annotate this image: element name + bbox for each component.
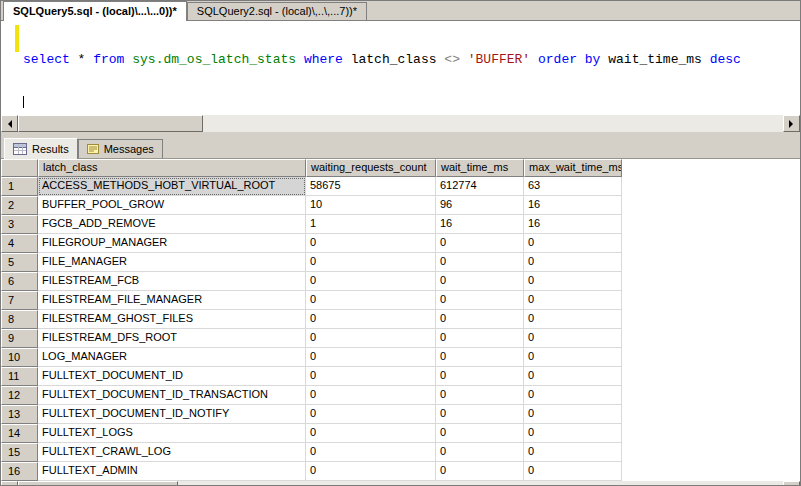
cell-latch-class[interactable]: FULLTEXT_DOCUMENT_ID_TRANSACTION <box>38 386 306 405</box>
row-header-cell[interactable]: 9 <box>1 329 38 348</box>
cell-max-wait-time-ms[interactable]: 0 <box>524 367 622 386</box>
cell-max-wait-time-ms[interactable]: 0 <box>524 291 622 310</box>
cell-wait-time-ms[interactable]: 0 <box>436 405 524 424</box>
cell-wait-time-ms[interactable]: 0 <box>436 386 524 405</box>
cell-wait-time-ms[interactable]: 0 <box>436 329 524 348</box>
cell-latch-class[interactable]: FILESTREAM_GHOST_FILES <box>38 310 306 329</box>
cell-wait-time-ms[interactable]: 96 <box>436 196 524 215</box>
row-header-cell[interactable]: 1 <box>1 177 38 196</box>
cell-latch-class[interactable]: FILESTREAM_DFS_ROOT <box>38 329 306 348</box>
cell-waiting-requests-count[interactable]: 0 <box>306 272 436 291</box>
sql-token-keyword: by <box>585 52 601 67</box>
row-header-cell[interactable]: 16 <box>1 462 38 481</box>
cell-wait-time-ms[interactable]: 0 <box>436 443 524 462</box>
cell-max-wait-time-ms[interactable]: 16 <box>524 215 622 234</box>
cell-latch-class[interactable]: FULLTEXT_DOCUMENT_ID_NOTIFY <box>38 405 306 424</box>
cell-latch-class[interactable]: ACCESS_METHODS_HOBT_VIRTUAL_ROOT <box>38 177 306 196</box>
cell-max-wait-time-ms[interactable]: 0 <box>524 310 622 329</box>
cell-latch-class[interactable]: FULLTEXT_ADMIN <box>38 462 306 481</box>
row-header-cell[interactable]: 2 <box>1 196 38 215</box>
scrollbar-track[interactable] <box>178 481 783 486</box>
scroll-left-button[interactable] <box>1 481 18 486</box>
cell-waiting-requests-count[interactable]: 0 <box>306 253 436 272</box>
cell-waiting-requests-count[interactable]: 0 <box>306 329 436 348</box>
tab-results[interactable]: Results <box>4 138 78 159</box>
tab-messages[interactable]: Messages <box>78 139 163 158</box>
cell-waiting-requests-count[interactable]: 0 <box>306 291 436 310</box>
doc-tab-label: SQLQuery5.sql - (local)\...\...0))* <box>13 5 177 17</box>
cell-wait-time-ms[interactable]: 0 <box>436 291 524 310</box>
cell-max-wait-time-ms[interactable]: 0 <box>524 462 622 481</box>
row-header-cell[interactable]: 6 <box>1 272 38 291</box>
cell-waiting-requests-count[interactable]: 10 <box>306 196 436 215</box>
row-header-cell[interactable]: 7 <box>1 291 38 310</box>
cell-waiting-requests-count[interactable]: 0 <box>306 405 436 424</box>
cell-latch-class[interactable]: FILESTREAM_FILE_MANAGER <box>38 291 306 310</box>
cell-waiting-requests-count[interactable]: 0 <box>306 386 436 405</box>
cell-max-wait-time-ms[interactable]: 16 <box>524 196 622 215</box>
cell-wait-time-ms[interactable]: 0 <box>436 310 524 329</box>
scroll-right-button[interactable] <box>783 481 800 486</box>
cell-wait-time-ms[interactable]: 0 <box>436 348 524 367</box>
row-header-cell[interactable]: 12 <box>1 386 38 405</box>
cell-waiting-requests-count[interactable]: 0 <box>306 367 436 386</box>
row-header-cell[interactable]: 10 <box>1 348 38 367</box>
column-header-latch-class[interactable]: latch_class <box>38 159 306 177</box>
cell-max-wait-time-ms[interactable]: 0 <box>524 443 622 462</box>
cell-latch-class[interactable]: FILE_MANAGER <box>38 253 306 272</box>
cell-wait-time-ms[interactable]: 0 <box>436 272 524 291</box>
row-header-cell[interactable]: 8 <box>1 310 38 329</box>
sql-editor[interactable]: select * from sys.dm_os_latch_stats wher… <box>1 21 800 115</box>
row-header-cell[interactable]: 11 <box>1 367 38 386</box>
cell-waiting-requests-count[interactable]: 0 <box>306 443 436 462</box>
sql-token-keyword: desc <box>710 52 741 67</box>
cell-max-wait-time-ms[interactable]: 0 <box>524 424 622 443</box>
scroll-left-button[interactable] <box>1 115 18 132</box>
cell-waiting-requests-count[interactable]: 0 <box>306 310 436 329</box>
cell-waiting-requests-count[interactable]: 0 <box>306 234 436 253</box>
row-header-cell[interactable]: 14 <box>1 424 38 443</box>
cell-wait-time-ms[interactable]: 0 <box>436 424 524 443</box>
column-header-max-wait-time-ms[interactable]: max_wait_time_ms <box>524 159 622 177</box>
column-header-wait-time-ms[interactable]: wait_time_ms <box>436 159 524 177</box>
scrollbar-thumb[interactable] <box>18 481 178 486</box>
cell-max-wait-time-ms[interactable]: 0 <box>524 234 622 253</box>
cell-max-wait-time-ms[interactable]: 0 <box>524 272 622 291</box>
cell-latch-class[interactable]: FULLTEXT_DOCUMENT_ID <box>38 367 306 386</box>
grid-corner-cell[interactable] <box>1 159 38 177</box>
row-header-cell[interactable]: 15 <box>1 443 38 462</box>
scroll-right-button[interactable] <box>783 115 800 132</box>
cell-latch-class[interactable]: FILESTREAM_FCB <box>38 272 306 291</box>
cell-wait-time-ms[interactable]: 612774 <box>436 177 524 196</box>
cell-wait-time-ms[interactable]: 0 <box>436 367 524 386</box>
cell-max-wait-time-ms[interactable]: 0 <box>524 253 622 272</box>
cell-waiting-requests-count[interactable]: 1 <box>306 215 436 234</box>
doc-tab-sqlquery5[interactable]: SQLQuery5.sql - (local)\...\...0))* <box>3 1 187 21</box>
row-header-cell[interactable]: 5 <box>1 253 38 272</box>
doc-tab-sqlquery2[interactable]: SQLQuery2.sql - (local)\,..\,...7))* <box>187 2 367 20</box>
cell-waiting-requests-count[interactable]: 0 <box>306 462 436 481</box>
cell-max-wait-time-ms[interactable]: 0 <box>524 405 622 424</box>
cell-waiting-requests-count[interactable]: 0 <box>306 348 436 367</box>
cell-latch-class[interactable]: FULLTEXT_LOGS <box>38 424 306 443</box>
cell-latch-class[interactable]: FGCB_ADD_REMOVE <box>38 215 306 234</box>
cell-waiting-requests-count[interactable]: 0 <box>306 424 436 443</box>
cell-max-wait-time-ms[interactable]: 0 <box>524 348 622 367</box>
cell-max-wait-time-ms[interactable]: 63 <box>524 177 622 196</box>
cell-latch-class[interactable]: FULLTEXT_CRAWL_LOG <box>38 443 306 462</box>
cell-max-wait-time-ms[interactable]: 0 <box>524 329 622 348</box>
column-header-waiting-requests-count[interactable]: waiting_requests_count <box>306 159 436 177</box>
cell-wait-time-ms[interactable]: 16 <box>436 215 524 234</box>
cell-max-wait-time-ms[interactable]: 0 <box>524 386 622 405</box>
sql-token-plain: wait_time_ms <box>600 52 709 67</box>
cell-latch-class[interactable]: FILEGROUP_MANAGER <box>38 234 306 253</box>
cell-wait-time-ms[interactable]: 0 <box>436 253 524 272</box>
row-header-cell[interactable]: 13 <box>1 405 38 424</box>
cell-wait-time-ms[interactable]: 0 <box>436 234 524 253</box>
cell-latch-class[interactable]: BUFFER_POOL_GROW <box>38 196 306 215</box>
row-header-cell[interactable]: 4 <box>1 234 38 253</box>
row-header-cell[interactable]: 3 <box>1 215 38 234</box>
cell-latch-class[interactable]: LOG_MANAGER <box>38 348 306 367</box>
cell-waiting-requests-count[interactable]: 58675 <box>306 177 436 196</box>
cell-wait-time-ms[interactable]: 0 <box>436 462 524 481</box>
